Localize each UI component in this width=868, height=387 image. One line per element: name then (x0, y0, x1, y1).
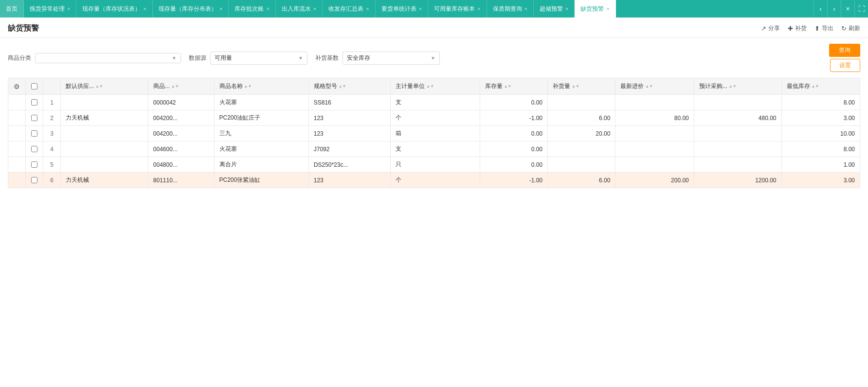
share-action[interactable]: ↗分享 (761, 24, 780, 33)
tab-batch-account[interactable]: 库存批次账× (229, 0, 275, 18)
row-checkbox-cell[interactable] (26, 141, 43, 157)
tab-inout-flow[interactable]: 出入库流水× (276, 0, 323, 18)
table-container: ⚙默认供应...▲▼商品...▲▼商品名称▲▼规格型号▲▼主计量单位▲▼库存量▲… (0, 78, 868, 188)
col-header-replenish_qty[interactable]: 补货量▲▼ (548, 78, 615, 95)
tab-label-overstock: 超储预警 (540, 5, 563, 13)
col-header-default_supplier[interactable]: 默认供应...▲▼ (61, 78, 148, 95)
tab-close-recv-summary[interactable]: × (366, 6, 369, 12)
cell-unit: 支 (391, 141, 480, 157)
tab-close-available-ledger[interactable]: × (477, 6, 480, 12)
page-header: 缺货预警 ↗分享✚补货⬆导出↻刷新 (0, 18, 868, 38)
tab-prev-button[interactable]: ‹ (814, 0, 827, 18)
row-index: 3 (43, 126, 61, 141)
cell-stock_qty: -1.00 (480, 110, 547, 126)
replenish-basis-label: 补货基数 (315, 54, 339, 62)
row-checkbox[interactable] (31, 161, 37, 168)
row-settings-cell (8, 95, 26, 110)
gear-icon[interactable]: ⚙ (14, 83, 20, 90)
col-header-product_name[interactable]: 商品名称▲▼ (214, 78, 308, 95)
tab-close-shortage[interactable]: × (606, 6, 609, 12)
col-header-spec[interactable]: 规格型号▲▼ (308, 78, 391, 95)
tab-available-ledger[interactable]: 可用量库存账本× (428, 0, 487, 18)
replenish-action[interactable]: ✚补货 (788, 24, 807, 33)
cell-default_supplier (61, 126, 148, 141)
category-select[interactable]: ▼ (35, 53, 181, 63)
tab-next-button[interactable]: › (827, 0, 841, 18)
datasource-filter-group: 数据源 可用量 ▼ (189, 52, 307, 65)
cell-min_stock: 3.00 (781, 110, 860, 126)
tab-shortage[interactable]: 缺货预警× (575, 0, 615, 18)
sort-icon-min_stock: ▲▼ (812, 85, 819, 88)
row-checkbox-cell[interactable] (26, 126, 43, 141)
row-checkbox[interactable] (31, 115, 37, 121)
data-table: ⚙默认供应...▲▼商品...▲▼商品名称▲▼规格型号▲▼主计量单位▲▼库存量▲… (8, 78, 860, 188)
col-header-latest_price[interactable]: 最新进价▲▼ (615, 78, 694, 95)
cell-default_supplier: 力天机械 (61, 173, 148, 188)
datasource-select[interactable]: 可用量 ▼ (210, 52, 307, 65)
query-button[interactable]: 查询 (829, 44, 860, 57)
tab-close-inout-flow[interactable]: × (313, 6, 316, 12)
sort-icon-product_name: ▲▼ (244, 85, 252, 88)
select-all-checkbox[interactable] (31, 83, 37, 89)
tab-recv-summary[interactable]: 收发存汇总表× (323, 0, 375, 18)
cell-product_name: PC200油缸庄子 (214, 110, 308, 126)
replenish-label: 补货 (795, 24, 807, 33)
sort-icon-spec: ▲▼ (339, 85, 346, 88)
col-header-stock_qty[interactable]: 库存量▲▼ (480, 78, 547, 95)
settings-button[interactable]: 设置 (830, 59, 860, 72)
share-icon: ↗ (761, 25, 766, 32)
tab-stock-dist[interactable]: 现存量（库存分布表）× (153, 0, 229, 18)
row-checkbox-cell[interactable] (26, 95, 43, 110)
tab-expand-button[interactable]: ⛶ (854, 0, 868, 18)
tab-close-abnormal[interactable]: × (67, 6, 70, 12)
col-header-est_purchase[interactable]: 预计采购...▲▼ (694, 78, 781, 95)
refresh-action[interactable]: ↻刷新 (841, 24, 860, 33)
row-checkbox-cell[interactable] (26, 157, 43, 173)
row-checkbox-cell[interactable] (26, 173, 43, 188)
tab-label-batch-account: 库存批次账 (235, 5, 264, 13)
cell-stock_qty: 0.00 (480, 157, 547, 173)
cell-product_code: 801110... (148, 173, 214, 188)
row-checkbox[interactable] (31, 146, 37, 152)
tab-close-batch-account[interactable]: × (266, 6, 269, 12)
tab-close-stock-dist[interactable]: × (219, 6, 222, 12)
cell-est_purchase (694, 95, 781, 110)
cell-unit: 只 (391, 157, 480, 173)
tab-close-stock-status[interactable]: × (143, 6, 146, 12)
col-header-min_stock[interactable]: 最低库存▲▼ (781, 78, 860, 95)
tab-overstock[interactable]: 超储预警× (534, 0, 575, 18)
sort-icon-latest_price: ▲▼ (645, 85, 653, 88)
row-checkbox-cell[interactable] (26, 110, 43, 126)
row-checkbox[interactable] (31, 130, 37, 137)
replenish-basis-select[interactable]: 安全库存 ▼ (343, 52, 440, 65)
category-chevron-icon: ▼ (172, 55, 177, 61)
cell-product_name: 火花塞 (214, 95, 308, 110)
row-checkbox[interactable] (31, 99, 37, 106)
tab-abnormal[interactable]: 拣货异常处理× (24, 0, 76, 18)
tab-close-order-stats[interactable]: × (419, 6, 422, 12)
tab-close-overstock[interactable]: × (565, 6, 568, 12)
tab-order-stats[interactable]: 要货单统计表× (376, 0, 428, 18)
tab-home[interactable]: 首页 (0, 0, 24, 18)
tab-stock-status[interactable]: 现存量（库存状况表）× (76, 0, 152, 18)
replenish-icon: ✚ (788, 25, 793, 32)
col-header-unit[interactable]: 主计量单位▲▼ (391, 78, 480, 95)
cell-min_stock: 1.00 (781, 157, 860, 173)
col-header-product_code[interactable]: 商品...▲▼ (148, 78, 214, 95)
export-label: 导出 (822, 24, 833, 33)
tab-label-inout-flow: 出入库流水 (282, 5, 311, 13)
tab-close-all-button[interactable]: × (841, 0, 854, 18)
cell-stock_qty: -1.00 (480, 173, 547, 188)
filter-area: 商品分类 ▼ 数据源 可用量 ▼ 补货基数 安全库存 ▼ 查询 设置 (0, 38, 868, 78)
row-index: 2 (43, 110, 61, 126)
export-action[interactable]: ⬆导出 (814, 24, 833, 33)
row-checkbox[interactable] (31, 177, 37, 183)
filter-actions: 查询 设置 (829, 44, 860, 72)
sort-icon-replenish_qty: ▲▼ (572, 85, 579, 88)
cell-product_name: PC200张紧油缸 (214, 173, 308, 188)
sort-icon-default_supplier: ▲▼ (95, 85, 103, 88)
tab-close-expiry-query[interactable]: × (524, 6, 527, 12)
header-actions: ↗分享✚补货⬆导出↻刷新 (761, 24, 860, 33)
tab-expiry-query[interactable]: 保质期查询× (487, 0, 534, 18)
col-label-replenish_qty: 补货量▲▼ (553, 83, 579, 89)
